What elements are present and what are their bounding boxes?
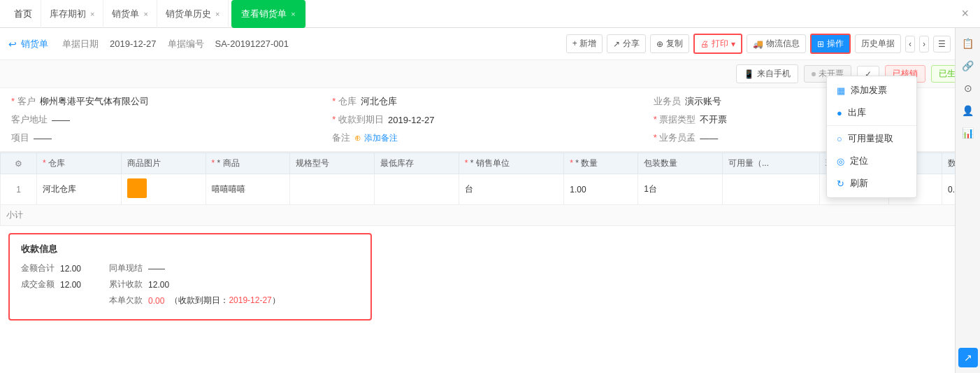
logistics-icon: 🚚 <box>753 39 763 49</box>
ticket-type-label: 票据类型 <box>654 113 696 126</box>
nav-next-button[interactable]: › <box>919 36 929 52</box>
customer-field: 客户 柳州粤港平安气体有限公司 <box>11 95 326 108</box>
from-mobile-label: 来自手机 <box>757 68 791 80</box>
tab-sales-order[interactable]: 销货单 × <box>103 0 157 28</box>
project-label: 项目 <box>11 132 29 144</box>
deal-amount-value: 12.00 <box>60 280 81 290</box>
sidebar-doc-button[interactable]: 📋 <box>958 34 978 53</box>
tab-sales-history[interactable]: 销货单历史 × <box>157 0 229 28</box>
add-invoice-item[interactable]: ▦ 添加发票 <box>827 79 916 101</box>
same-order-value: —— <box>148 264 165 274</box>
warehouse-label: 仓库 <box>332 95 356 108</box>
product-image <box>127 178 147 198</box>
doc-meta: 单据日期 2019-12-27 单据编号 SA-20191227-001 <box>62 38 566 50</box>
number-value: SA-20191227-001 <box>215 38 289 49</box>
row-warehouse: 河北仓库 <box>37 174 122 205</box>
tab-sales-close[interactable]: × <box>143 10 147 18</box>
window-close-button[interactable]: × <box>956 6 974 21</box>
sidebar-circle-button[interactable]: ⊙ <box>958 78 978 98</box>
print-icon: 🖨 <box>700 39 709 49</box>
address-field: 客户地址 —— <box>11 113 326 126</box>
total-received-label: 累计收款 <box>109 279 143 290</box>
outbound-icon: ● <box>837 108 842 118</box>
sidebar-link-button[interactable]: 🔗 <box>958 56 978 76</box>
add-remark-button[interactable]: ⊕ 添加备注 <box>354 132 397 144</box>
outstanding-label: 本单欠款 <box>109 295 143 307</box>
tab-view-close[interactable]: × <box>291 10 295 18</box>
available-qty-icon: ○ <box>837 134 842 144</box>
tab-home[interactable]: 首页 <box>6 0 41 28</box>
right-sidebar: 📋 🔗 ⊙ 👤 📊 ↗ <box>955 28 980 373</box>
col-pack-qty: 包装数量 <box>638 153 723 174</box>
doc-actions: + 新增 ↗ 分享 ⊕ 复制 🖨 打印 ▾ 🚚 物流信息 ⊞ 操作 <box>566 34 972 54</box>
locate-label: 定位 <box>850 155 868 167</box>
col-spec: 规格型号 <box>290 153 375 174</box>
tab-bar: 首页 库存期初 × 销货单 × 销货单历史 × 查看销货单 × × <box>0 0 980 28</box>
tab-inventory-init[interactable]: 库存期初 × <box>41 0 103 28</box>
doc-header: ↩ 销货单 单据日期 2019-12-27 单据编号 SA-20191227-0… <box>0 28 980 60</box>
new-button[interactable]: + 新增 <box>566 34 603 53</box>
payment-info-title: 收款信息 <box>21 243 359 255</box>
print-button-label: 打印 <box>712 38 728 50</box>
add-invoice-label: 添加发票 <box>851 84 887 97</box>
outbound-item[interactable]: ● 出库 <box>827 101 916 124</box>
same-order-label: 同单现结 <box>109 262 143 274</box>
form-row-1: 客户 柳州粤港平安气体有限公司 仓库 河北仓库 业务员 演示账号 <box>11 95 969 108</box>
copy-button[interactable]: ⊕ 复制 <box>650 34 689 53</box>
available-qty-label: 可用量提取 <box>848 132 893 145</box>
available-qty-item[interactable]: ○ 可用量提取 <box>827 127 916 150</box>
row-num: 1 <box>1 174 37 205</box>
project-value: —— <box>34 133 52 143</box>
remark-field: 备注 ⊕ 添加备注 <box>332 132 647 144</box>
outbound-label: 出库 <box>848 106 866 119</box>
refresh-item[interactable]: ↻ 刷新 <box>827 172 916 195</box>
doc-title-section: ↩ 销货单 <box>8 38 48 50</box>
view-list-button[interactable]: ☰ <box>933 36 951 52</box>
share-button[interactable]: ↗ 分享 <box>607 34 646 53</box>
form-row-3: 项目 —— 备注 ⊕ 添加备注 业务员孟 —— <box>11 132 969 144</box>
total-amount-field: 金额合计 12.00 <box>21 262 81 274</box>
logistics-button[interactable]: 🚚 物流信息 <box>747 34 806 53</box>
date-value: 2019-12-27 <box>110 38 157 49</box>
add-remark-label: 添加备注 <box>364 133 398 143</box>
locate-item[interactable]: ◎ 定位 <box>827 150 916 172</box>
col-min-stock: 最低库存 <box>375 153 459 174</box>
chevron-left-icon: ‹ <box>909 39 911 49</box>
refresh-label: 刷新 <box>850 177 868 190</box>
share-button-label: 分享 <box>623 38 640 50</box>
outstanding-value: 0.00 <box>148 296 164 306</box>
not-opened-dot <box>812 72 816 76</box>
operations-grid-icon: ⊞ <box>817 39 824 49</box>
ticket-type-value: 不开票 <box>700 113 727 126</box>
sidebar-user-button[interactable]: 👤 <box>958 101 978 120</box>
customer-value: 柳州粤港平安气体有限公司 <box>40 95 149 108</box>
tab-inventory-close[interactable]: × <box>90 10 94 18</box>
tab-history-label: 销货单历史 <box>166 8 211 20</box>
sidebar-expand-button[interactable]: ↗ <box>958 348 978 367</box>
subtotal-label: 小计 <box>1 205 980 226</box>
sidebar-chart-button[interactable]: 📊 <box>958 123 978 143</box>
subtotal-row: 小计 <box>1 205 980 226</box>
col-gear[interactable]: ⚙ <box>1 153 37 174</box>
warehouse-field: 仓库 河北仓库 <box>332 95 647 108</box>
col-product: * 商品 <box>206 153 290 174</box>
staff-label: 业务员 <box>654 95 681 108</box>
print-button[interactable]: 🖨 打印 ▾ <box>693 34 742 54</box>
list-view-icon: ☰ <box>938 39 946 49</box>
col-available: 可用量（... <box>723 153 820 174</box>
tab-history-close[interactable]: × <box>215 10 219 18</box>
add-invoice-icon: ▦ <box>837 85 845 96</box>
locate-icon: ◎ <box>837 156 844 167</box>
tab-home-label: 首页 <box>14 8 32 20</box>
payment-info-box: 收款信息 金额合计 12.00 同单现结 —— 成交金额 12.00 累计收款 … <box>8 233 372 321</box>
tab-view-sales[interactable]: 查看销货单 × <box>231 0 305 28</box>
from-mobile-button[interactable]: 📱 来自手机 <box>736 64 798 83</box>
operations-button[interactable]: ⊞ 操作 <box>810 34 851 54</box>
due-date-value: 2019-12-27 <box>388 115 435 125</box>
history-records-button[interactable]: 历史单据 <box>855 34 901 53</box>
row-product: 嘻嘻嘻嘻 <box>206 174 290 205</box>
deal-amount-field: 成交金额 12.00 <box>21 279 81 290</box>
nav-prev-button[interactable]: ‹ <box>905 36 915 52</box>
staff-field: 业务员 演示账号 <box>654 95 969 108</box>
logistics-button-label: 物流信息 <box>766 38 800 50</box>
